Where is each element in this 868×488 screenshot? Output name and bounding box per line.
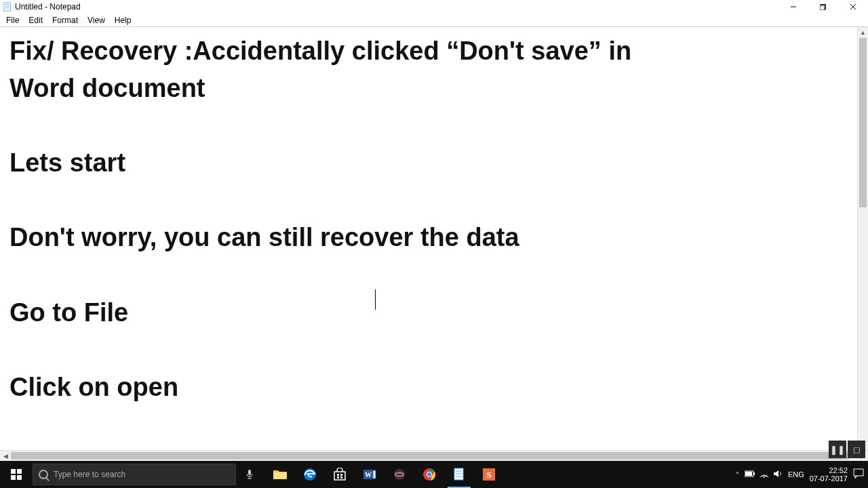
menu-view[interactable]: View [83,14,110,26]
editor-area: Fix/ Recovery :Accidentally clicked “Don… [0,27,868,450]
text-editor[interactable]: Fix/ Recovery :Accidentally clicked “Don… [0,27,857,450]
svg-text:S: S [486,470,491,480]
snagit-icon: S [481,466,497,483]
svg-rect-10 [17,469,22,474]
menu-format[interactable]: Format [47,14,83,26]
taskbar-apps: W S [266,461,503,488]
svg-rect-9 [11,469,16,474]
text-caret-icon [375,289,376,310]
scroll-left-icon[interactable]: ◀ [0,451,11,461]
hscroll-track[interactable] [11,451,857,461]
menubar: File Edit Format View Help [0,14,868,27]
horizontal-scrollbar[interactable]: ◀ ▶ [0,450,868,461]
store-icon [332,466,348,483]
word-icon: W [361,466,378,483]
action-center-icon[interactable] [853,468,864,481]
stop-recording-button[interactable]: ◻ [848,441,865,458]
pause-recording-button[interactable]: ❚❚ [829,441,846,458]
eclipse-icon [391,466,408,483]
maximize-button[interactable] [808,0,838,14]
notepad-window: Untitled - Notepad File Edit Format View… [0,0,868,461]
taskbar-search[interactable]: Type here to search [33,464,236,485]
battery-icon[interactable] [745,470,755,479]
vertical-scrollbar[interactable]: ▲ ▼ [857,27,868,450]
svg-rect-20 [340,474,342,476]
notepad-icon [451,466,467,483]
clock-time: 22:52 [810,466,848,474]
taskbar-app-notepad[interactable] [445,461,473,488]
taskbar-app-eclipse[interactable] [385,461,414,488]
window-controls [778,0,868,14]
start-button[interactable] [0,461,33,488]
taskbar-app-word[interactable]: W [355,461,384,488]
vscroll-thumb[interactable] [859,38,867,207]
svg-rect-21 [337,476,339,479]
taskbar-app-snagit[interactable]: S [475,461,503,488]
svg-point-30 [427,472,431,476]
network-icon[interactable] [760,470,769,479]
svg-text:W: W [365,471,372,479]
close-button[interactable] [838,0,868,14]
svg-rect-41 [854,469,863,476]
chrome-icon [421,466,437,483]
taskbar-app-chrome[interactable] [415,461,443,488]
language-indicator[interactable]: ENG [788,470,804,479]
svg-rect-6 [820,5,825,10]
system-tray: ˄ ENG 22:52 07-07-2017 [736,466,868,483]
hscroll-thumb[interactable] [11,452,849,460]
titlebar: Untitled - Notepad [0,0,868,14]
svg-rect-22 [340,476,342,479]
svg-rect-13 [248,470,251,475]
taskbar-app-file-explorer[interactable] [266,461,294,488]
search-placeholder: Type here to search [54,470,125,479]
clock-date: 07-07-2017 [810,474,848,483]
volume-icon[interactable] [773,470,783,479]
menu-file[interactable]: File [1,14,24,26]
svg-rect-11 [11,475,16,480]
tray-icons [745,470,783,479]
cortana-mic-icon[interactable] [236,461,263,488]
taskbar-app-edge[interactable] [296,461,324,488]
menu-help[interactable]: Help [110,14,136,26]
vscroll-track[interactable] [858,38,868,439]
menu-edit[interactable]: Edit [24,14,47,26]
svg-point-40 [764,476,765,478]
taskbar-app-store[interactable] [326,461,354,488]
svg-rect-38 [753,472,755,475]
tray-overflow-icon[interactable]: ˄ [736,471,739,479]
folder-icon [272,466,288,483]
svg-rect-0 [4,3,11,11]
taskbar: ❚❚ ◻ Type here to search W S ˄ ENG 22:52… [0,461,868,488]
window-title: Untitled - Notepad [15,2,81,12]
svg-rect-19 [337,474,339,476]
clock[interactable]: 22:52 07-07-2017 [810,466,848,483]
recording-controls: ❚❚ ◻ [829,441,865,458]
svg-rect-39 [745,472,752,476]
svg-rect-12 [17,475,22,480]
titlebar-left: Untitled - Notepad [3,2,81,12]
notepad-app-icon [3,2,12,12]
edge-icon [302,466,318,483]
svg-rect-18 [334,472,345,480]
search-icon [39,470,48,479]
svg-rect-16 [273,472,287,479]
svg-rect-25 [373,470,376,479]
minimize-button[interactable] [778,0,808,14]
scroll-up-icon[interactable]: ▲ [858,27,868,38]
